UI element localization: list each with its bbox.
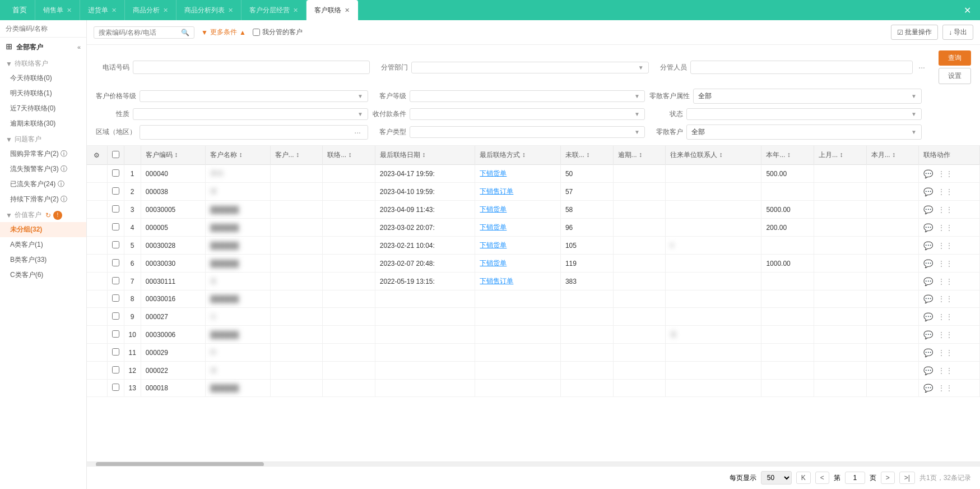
col-unit-contact[interactable]: 往来单位联系人 ↕ [666,146,761,165]
sidebar-item-churned[interactable]: 已流失客户(24) ⓘ [0,177,86,192]
sidebar-item-abnormal[interactable]: 囤购异常客户(2) ⓘ [0,146,86,162]
select-all-checkbox[interactable] [112,151,119,158]
price-level-select[interactable]: ▼ [140,90,368,102]
col-code[interactable]: 客户编码 ↕ [141,146,205,165]
row-checkbox[interactable] [107,237,124,255]
customer-type-select[interactable]: ▼ [410,126,645,138]
filter-search-input[interactable] [99,29,179,36]
menu-icon[interactable]: ⋮⋮ [937,205,953,214]
row-checkbox[interactable] [107,362,124,380]
contact-icon[interactable]: 💬 [923,330,933,339]
col-overdue[interactable]: 逾期... ↕ [613,146,666,165]
row-select-checkbox[interactable] [112,241,119,248]
next-page-button[interactable]: > [881,472,895,484]
row-checkbox[interactable] [107,273,124,290]
row-select-checkbox[interactable] [112,366,119,373]
menu-icon[interactable]: ⋮⋮ [937,259,953,268]
close-purchase-tab[interactable]: ✕ [112,7,117,14]
row-checkbox[interactable] [107,201,124,219]
col-contact[interactable]: 联络... ↕ [323,146,375,165]
row-select-checkbox[interactable] [112,259,119,266]
sidebar-search-input[interactable] [6,25,87,33]
row-select-checkbox[interactable] [112,223,119,230]
refresh-icon[interactable]: ↻ [45,211,51,219]
tab-product-analysis[interactable]: 商品分析 ✕ [125,0,177,20]
last-page-button[interactable]: >| [899,472,915,484]
sidebar-item-churn-warning[interactable]: 流失预警客户(3) ⓘ [0,162,86,177]
group-pending-arrow[interactable]: ▼ [6,60,12,68]
manager-more-btn[interactable]: ··· [916,63,927,72]
last-type-link[interactable]: 下销货单 [480,205,507,213]
col-gear[interactable]: ⚙ [87,146,107,165]
group-problem-arrow[interactable]: ▼ [6,136,12,144]
customer-level-select[interactable]: ▼ [410,90,645,102]
col-checkbox[interactable] [107,146,124,165]
last-type-link[interactable]: 下销货单 [480,169,507,177]
contact-icon[interactable]: 💬 [923,187,933,196]
close-customer-segment-tab[interactable]: ✕ [293,7,298,14]
query-button[interactable]: 查询 [939,50,971,66]
menu-icon[interactable]: ⋮⋮ [937,241,953,250]
menu-icon[interactable]: ⋮⋮ [937,277,953,286]
menu-icon[interactable]: ⋮⋮ [937,187,953,196]
contact-icon[interactable]: 💬 [923,259,933,268]
sidebar-item-overdue-pending[interactable]: 逾期未联络(30) [0,116,86,131]
horizontal-scrollbar[interactable] [87,462,980,466]
col-type[interactable]: 客户... ↕ [270,146,323,165]
group-value-arrow[interactable]: ▼ [6,211,12,219]
menu-icon[interactable]: ⋮⋮ [937,384,953,393]
payment-select[interactable]: ▼ [410,108,645,120]
prev-page-button[interactable]: < [815,472,829,484]
row-checkbox[interactable] [107,255,124,273]
row-select-checkbox[interactable] [112,348,119,356]
tab-purchase[interactable]: 进货单 ✕ [80,0,125,20]
sidebar-item-a-class[interactable]: A类客户(1) [0,237,86,252]
col-last-month[interactable]: 上月... ↕ [814,146,867,165]
menu-icon[interactable]: ⋮⋮ [937,366,953,375]
reset-button[interactable]: 设置 [939,68,971,84]
retail-customer-select[interactable]: 全部 ▼ [686,124,922,140]
sidebar-item-tomorrow-pending[interactable]: 明天待联络(1) [0,86,86,101]
row-checkbox[interactable] [107,219,124,237]
batch-operation-button[interactable]: ☑ 批量操作 [891,25,938,40]
contact-icon[interactable]: 💬 [923,366,933,375]
col-name[interactable]: 客户名称 ↕ [206,146,270,165]
manager-input[interactable] [690,61,913,74]
sidebar-item-ungroup[interactable]: 未分组(32) [0,222,86,237]
tab-customer-segment[interactable]: 客户分层经营 ✕ [241,0,306,20]
row-select-checkbox[interactable] [112,277,119,284]
filter-search-icon[interactable]: 🔍 [181,29,189,36]
contact-icon[interactable]: 💬 [923,384,933,393]
last-type-link[interactable]: 下销货单 [480,223,507,231]
row-select-checkbox[interactable] [112,312,119,320]
contact-icon[interactable]: 💬 [923,277,933,286]
page-number-input[interactable] [845,472,865,484]
row-select-checkbox[interactable] [112,384,119,391]
row-select-checkbox[interactable] [112,294,119,302]
all-customers-header[interactable]: ⊞ 全部客户 « [0,38,86,56]
row-checkbox[interactable] [107,183,124,201]
my-customers-filter[interactable]: 我分管的客户 [253,27,303,37]
row-checkbox[interactable] [107,344,124,362]
contact-icon[interactable]: 💬 [923,223,933,232]
close-sales-tab[interactable]: ✕ [67,7,72,14]
contact-icon[interactable]: 💬 [923,348,933,357]
region-select[interactable]: ··· [140,125,368,140]
last-type-link[interactable]: 下销售订单 [480,187,513,195]
row-select-checkbox[interactable] [112,205,119,213]
contact-icon[interactable]: 💬 [923,205,933,214]
tab-home[interactable]: 首页 [4,0,35,20]
menu-icon[interactable]: ⋮⋮ [937,294,953,303]
col-this-year[interactable]: 本年... ↕ [761,146,814,165]
contact-icon[interactable]: 💬 [923,312,933,321]
nature-select[interactable]: ▼ [133,108,368,120]
col-no-contact[interactable]: 未联... ↕ [560,146,613,165]
col-this-month[interactable]: 本月... ↕ [866,146,919,165]
row-select-checkbox[interactable] [112,169,119,177]
menu-icon[interactable]: ⋮⋮ [937,348,953,357]
first-page-button[interactable]: K [796,472,811,484]
retail-attr-select[interactable]: 全部 ▼ [693,89,922,104]
row-checkbox[interactable] [107,380,124,397]
contact-icon[interactable]: 💬 [923,294,933,303]
close-product-analysis-list-tab[interactable]: ✕ [228,7,233,14]
